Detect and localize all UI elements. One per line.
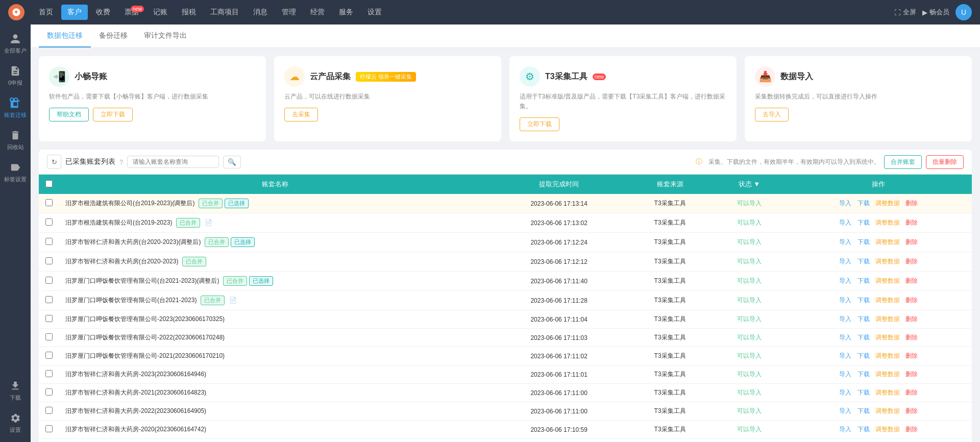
op-download-button[interactable]: 下载 — [857, 258, 870, 265]
file-icon[interactable]: 📄 — [229, 297, 237, 304]
op-import-button[interactable]: 导入 — [839, 371, 851, 378]
op-import-button[interactable]: 导入 — [839, 297, 851, 304]
op-download-button[interactable]: 下载 — [857, 407, 870, 414]
row-checkbox[interactable] — [45, 257, 53, 264]
op-adjust-button[interactable]: 调整数据 — [875, 371, 900, 378]
row-checkbox[interactable] — [45, 425, 53, 432]
op-delete-button[interactable]: 删除 — [905, 334, 918, 341]
op-adjust-button[interactable]: 调整数据 — [875, 426, 900, 433]
member-button[interactable]: ▶ 畅会员 — [922, 8, 949, 17]
op-delete-button[interactable]: 删除 — [905, 315, 918, 323]
op-import-button[interactable]: 导入 — [839, 426, 851, 433]
download-now-button[interactable]: 立即下载 — [93, 108, 133, 121]
op-download-button[interactable]: 下载 — [857, 315, 870, 323]
op-download-button[interactable]: 下载 — [857, 277, 870, 284]
tab-data-migration[interactable]: 数据包迁移 — [39, 25, 91, 47]
op-download-button[interactable]: 下载 — [857, 238, 870, 245]
op-import-button[interactable]: 导入 — [839, 277, 851, 284]
op-adjust-button[interactable]: 调整数据 — [875, 352, 900, 359]
op-adjust-button[interactable]: 调整数据 — [875, 407, 900, 414]
row-checkbox[interactable] — [45, 352, 53, 359]
sidebar-item-migrate[interactable]: 账套迁移 — [0, 93, 31, 123]
help-icon[interactable]: ? — [119, 158, 123, 166]
search-input[interactable] — [127, 156, 219, 168]
op-import-button[interactable]: 导入 — [839, 315, 851, 323]
op-import-button[interactable]: 导入 — [839, 200, 851, 207]
nav-home[interactable]: 首页 — [33, 5, 59, 20]
op-delete-button[interactable]: 删除 — [905, 426, 918, 433]
row-checkbox[interactable] — [45, 370, 53, 377]
op-adjust-button[interactable]: 调整数据 — [875, 315, 900, 323]
row-checkbox[interactable] — [45, 407, 53, 414]
select-all-checkbox[interactable] — [45, 180, 53, 187]
op-delete-button[interactable]: 删除 — [905, 407, 918, 414]
fullscreen-button[interactable]: ⛶ 全屏 — [894, 8, 916, 17]
refresh-button[interactable]: ↻ — [47, 155, 61, 169]
nav-manage[interactable]: 管理 — [276, 5, 302, 20]
op-delete-button[interactable]: 删除 — [905, 371, 918, 378]
op-download-button[interactable]: 下载 — [857, 371, 870, 378]
row-checkbox[interactable] — [45, 238, 53, 245]
merge-accounts-button[interactable]: 合并账套 — [884, 155, 922, 169]
op-delete-button[interactable]: 删除 — [905, 238, 918, 245]
nav-client[interactable]: 客户 — [61, 5, 88, 20]
op-download-button[interactable]: 下载 — [857, 219, 870, 226]
nav-fee[interactable]: 收费 — [90, 5, 116, 20]
op-download-button[interactable]: 下载 — [857, 334, 870, 341]
op-download-button[interactable]: 下载 — [857, 352, 870, 359]
op-download-button[interactable]: 下载 — [857, 426, 870, 433]
op-download-button[interactable]: 下载 — [857, 389, 870, 396]
search-button[interactable]: 🔍 — [223, 156, 241, 168]
t3-download-button[interactable]: 立即下载 — [520, 117, 559, 131]
op-import-button[interactable]: 导入 — [839, 334, 851, 341]
op-adjust-button[interactable]: 调整数据 — [875, 334, 900, 341]
file-icon[interactable]: 📄 — [205, 219, 212, 226]
op-download-button[interactable]: 下载 — [857, 200, 870, 207]
op-import-button[interactable]: 导入 — [839, 219, 851, 226]
op-adjust-button[interactable]: 调整数据 — [875, 258, 900, 265]
op-download-button[interactable]: 下载 — [857, 297, 870, 304]
avatar[interactable]: U — [955, 4, 972, 20]
sidebar-item-tags[interactable]: 标签设置 — [0, 157, 31, 187]
op-import-button[interactable]: 导入 — [839, 407, 851, 414]
nav-service[interactable]: 服务 — [333, 5, 359, 20]
nav-settings[interactable]: 设置 — [361, 5, 388, 20]
nav-tax[interactable]: 报税 — [176, 5, 202, 20]
op-delete-button[interactable]: 删除 — [905, 297, 918, 304]
op-adjust-button[interactable]: 调整数据 — [875, 389, 900, 396]
row-checkbox[interactable] — [45, 296, 53, 303]
op-import-button[interactable]: 导入 — [839, 258, 851, 265]
batch-delete-button[interactable]: 批量删除 — [926, 155, 964, 169]
header-status[interactable]: 状态 ▼ — [713, 175, 785, 194]
row-checkbox[interactable] — [45, 333, 53, 340]
tab-audit-export[interactable]: 审计文件导出 — [136, 25, 195, 47]
op-delete-button[interactable]: 删除 — [905, 200, 918, 207]
op-delete-button[interactable]: 删除 — [905, 277, 918, 284]
op-import-button[interactable]: 导入 — [839, 352, 851, 359]
op-delete-button[interactable]: 删除 — [905, 389, 918, 396]
sidebar-item-recycle[interactable]: 回收站 — [0, 125, 31, 155]
op-delete-button[interactable]: 删除 — [905, 258, 918, 265]
op-adjust-button[interactable]: 调整数据 — [875, 277, 900, 284]
row-checkbox[interactable] — [45, 277, 53, 284]
tab-backup-migration[interactable]: 备份迁移 — [91, 25, 136, 47]
nav-operation[interactable]: 经营 — [304, 5, 331, 20]
header-checkbox[interactable] — [39, 175, 59, 194]
op-import-button[interactable]: 导入 — [839, 389, 851, 396]
nav-bill[interactable]: 票据 new — [118, 5, 145, 20]
nav-bookkeeping[interactable]: 记账 — [147, 5, 174, 20]
row-checkbox[interactable] — [45, 315, 53, 322]
nav-message[interactable]: 消息 — [247, 5, 274, 20]
row-checkbox[interactable] — [45, 218, 53, 226]
op-delete-button[interactable]: 删除 — [905, 352, 918, 359]
op-adjust-button[interactable]: 调整数据 — [875, 297, 900, 304]
row-checkbox[interactable] — [45, 199, 53, 206]
help-doc-button[interactable]: 帮助文档 — [49, 108, 89, 121]
op-adjust-button[interactable]: 调整数据 — [875, 200, 900, 207]
go-import-button[interactable]: 去导入 — [755, 108, 789, 121]
row-checkbox[interactable] — [45, 388, 53, 396]
sidebar-item-settings[interactable]: 设置 — [0, 408, 31, 438]
sidebar-item-all-clients[interactable]: 全部客户 — [0, 29, 31, 59]
sidebar-item-zero-report[interactable]: 0申报 — [0, 61, 31, 91]
op-import-button[interactable]: 导入 — [839, 238, 851, 245]
